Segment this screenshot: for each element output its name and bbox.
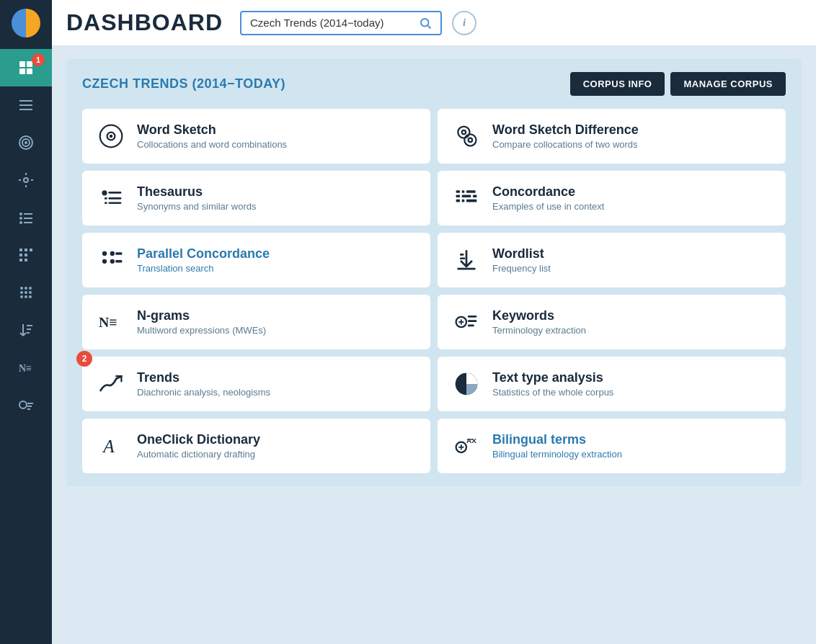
- svg-rect-59: [462, 190, 465, 193]
- svg-point-9: [25, 141, 27, 144]
- svg-rect-17: [19, 249, 22, 251]
- svg-rect-4: [19, 100, 32, 102]
- main-area: DASHBOARD i CZECH TRENDS (2014−TODAY) CO…: [52, 0, 816, 644]
- tool-word-sketch[interactable]: Word Sketch Collocations and word combin…: [82, 109, 430, 164]
- svg-text:A: A: [102, 437, 115, 456]
- svg-rect-61: [462, 195, 471, 198]
- tool-ngrams[interactable]: N≡ N-grams Multiword expressions (MWEs): [82, 295, 430, 349]
- svg-point-68: [110, 259, 115, 264]
- tool-wordlist[interactable]: Wordlist Frequency list: [438, 233, 786, 287]
- info-icon: i: [463, 17, 466, 29]
- sidebar-item-keywords[interactable]: [0, 274, 52, 311]
- corpus-manage-button[interactable]: MANAGE CORPUS: [670, 72, 786, 96]
- word-sketch-diff-desc: Compare collocations of two words: [492, 139, 639, 150]
- oneclick-dict-text: OneClick Dictionary Automatic dictionary…: [137, 432, 260, 460]
- corpus-search-box: [240, 11, 442, 35]
- logo[interactable]: [0, 0, 52, 46]
- tool-keywords[interactable]: Keywords Terminology extraction: [438, 295, 786, 349]
- svg-point-50: [102, 190, 107, 195]
- parallel-concordance-name: Parallel Concordance: [137, 246, 270, 262]
- word-sketch-name: Word Sketch: [137, 122, 287, 138]
- tool-trends[interactable]: 2 Trends Diachronic analysis, neologisms: [82, 357, 430, 411]
- content-area: CZECH TRENDS (2014−TODAY) CORPUS INFO MA…: [52, 46, 816, 644]
- bullet-list-icon: [17, 209, 35, 226]
- keywords-name: Keywords: [492, 308, 586, 324]
- sidebar-item-dashboard[interactable]: 1: [0, 49, 52, 86]
- tool-bilingual-terms[interactable]: AX Bilingual terms Bilingual terminology…: [438, 419, 786, 473]
- svg-rect-21: [25, 254, 27, 256]
- sidebar-item-oneclick[interactable]: N≡: [0, 349, 52, 386]
- oneclick-dict-desc: Automatic dictionary drafting: [137, 449, 260, 460]
- svg-rect-77: [468, 320, 477, 322]
- target-icon: [17, 134, 35, 151]
- sidebar-item-bilingual[interactable]: [0, 386, 52, 424]
- parallel-concordance-text: Parallel Concordance Translation search: [137, 246, 270, 274]
- corpus-search-input[interactable]: [250, 17, 419, 29]
- svg-point-37: [19, 401, 27, 408]
- badge-1: 1: [32, 53, 45, 66]
- svg-point-49: [469, 138, 472, 142]
- oneclick-dict-svg: A: [98, 433, 124, 459]
- svg-point-46: [458, 127, 469, 138]
- svg-rect-35: [27, 332, 30, 334]
- svg-rect-53: [108, 202, 121, 204]
- wordlist-svg: [453, 247, 479, 273]
- keywords-text: Keywords Terminology extraction: [492, 308, 586, 336]
- search-button[interactable]: [419, 17, 432, 30]
- tool-thesaurus[interactable]: Thesaurus Synonyms and similar words: [82, 171, 430, 225]
- svg-rect-33: [27, 325, 32, 326]
- wordlist-desc: Frequency list: [492, 263, 551, 274]
- word-sketch-diff-svg: [453, 123, 479, 149]
- tool-word-sketch-diff[interactable]: Word Sketch Difference Compare collocati…: [438, 109, 786, 164]
- svg-rect-51: [108, 192, 121, 194]
- svg-point-41: [421, 19, 429, 27]
- svg-point-15: [19, 221, 22, 224]
- bilingual-terms-text: Bilingual terms Bilingual terminology ex…: [492, 432, 622, 460]
- concordance-name: Concordance: [492, 184, 604, 200]
- svg-point-11: [19, 213, 22, 215]
- sidebar-item-settings[interactable]: [0, 161, 52, 199]
- svg-rect-20: [19, 254, 22, 256]
- tool-text-type-analysis[interactable]: Text type analysis Statistics of the who…: [438, 357, 786, 411]
- sidebar-item-list[interactable]: [0, 86, 52, 124]
- tool-concordance[interactable]: Concordance Examples of use in context: [438, 171, 786, 225]
- svg-rect-16: [24, 222, 32, 223]
- svg-rect-52: [108, 197, 121, 200]
- sidebar-item-concordance[interactable]: [0, 124, 52, 161]
- search-icon: [419, 17, 432, 30]
- svg-rect-54: [105, 197, 107, 200]
- corpus-action-buttons: CORPUS INFO MANAGE CORPUS: [570, 72, 786, 96]
- svg-point-48: [464, 134, 476, 146]
- corpus-header: CZECH TRENDS (2014−TODAY) CORPUS INFO MA…: [82, 72, 786, 96]
- oneclick-dict-name: OneClick Dictionary: [137, 432, 260, 448]
- svg-point-29: [29, 291, 32, 294]
- svg-rect-6: [19, 109, 32, 110]
- concordance-icon: [451, 182, 482, 214]
- text-type-analysis-name: Text type analysis: [492, 370, 613, 386]
- svg-point-65: [102, 251, 107, 256]
- svg-rect-40: [27, 408, 30, 410]
- sidebar-item-wordlist[interactable]: [0, 199, 52, 236]
- trends-svg: [98, 371, 124, 397]
- corpus-info-button[interactable]: CORPUS INFO: [570, 72, 665, 96]
- svg-rect-14: [24, 218, 32, 219]
- bilingual-terms-icon: AX: [451, 430, 482, 462]
- info-button[interactable]: i: [452, 11, 476, 35]
- sidebar-item-ngrams[interactable]: [0, 236, 52, 274]
- svg-rect-55: [105, 202, 107, 204]
- tool-oneclick-dict[interactable]: A OneClick Dictionary Automatic dictiona…: [82, 419, 430, 473]
- svg-rect-72: [460, 254, 464, 256]
- svg-rect-63: [462, 200, 465, 202]
- keywords-desc: Terminology extraction: [492, 325, 586, 336]
- svg-point-13: [19, 217, 22, 220]
- thesaurus-desc: Synonyms and similar words: [137, 201, 256, 212]
- tool-parallel-concordance[interactable]: Parallel Concordance Translation search: [82, 233, 430, 287]
- svg-text:AX: AX: [466, 437, 476, 444]
- svg-rect-60: [466, 190, 476, 193]
- svg-text:N≡: N≡: [99, 314, 117, 330]
- svg-rect-5: [19, 104, 32, 106]
- sidebar-item-trends[interactable]: [0, 311, 52, 349]
- svg-rect-18: [25, 249, 27, 251]
- svg-rect-64: [466, 200, 476, 202]
- text-type-analysis-text: Text type analysis Statistics of the who…: [492, 370, 613, 398]
